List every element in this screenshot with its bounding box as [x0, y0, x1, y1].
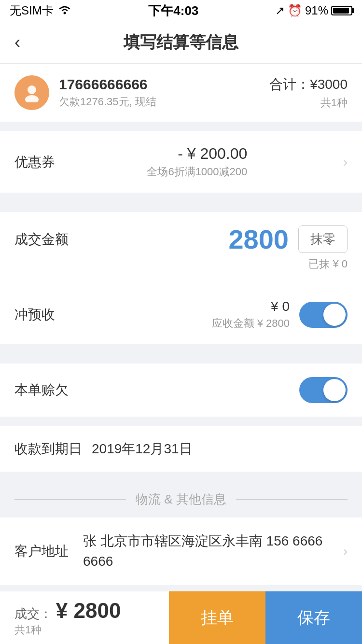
bottom-info: 成交： ¥ 2800 共1种 [0, 599, 169, 637]
logistics-line-right [236, 499, 348, 500]
bad-debt-label: 本单赊欠 [14, 381, 69, 399]
bottom-total-row: 成交： ¥ 2800 [14, 599, 154, 623]
precharge-toggle[interactable] [299, 302, 348, 328]
amount-label: 成交金额 [14, 230, 69, 249]
due-date-value: 2019年12月31日 [92, 440, 193, 458]
save-button[interactable]: 保存 [265, 591, 362, 644]
amount-sub: 已抹 ¥ 0 [14, 257, 348, 271]
amount-row: 成交金额 2800 抹零 [14, 225, 348, 253]
status-bar: 无SIM卡 下午4:03 ↗ ⏰ 91% [0, 0, 362, 21]
section-divider-2 [0, 354, 362, 364]
chevron-right-icon: › [343, 154, 348, 170]
nav-bar: ‹ 填写结算等信息 [0, 21, 362, 64]
bottom-count: 共1种 [14, 623, 154, 637]
chevron-right-icon-address: › [343, 544, 348, 559]
logistics-text: 物流 & 其他信息 [136, 491, 226, 508]
alarm-icon: ⏰ [288, 4, 302, 17]
coupon-label: 优惠券 [14, 153, 55, 171]
address-section[interactable]: 客户地址 张 北京市市辖区海淀区永丰南 156 6666 6666 › [0, 518, 362, 585]
status-left: 无SIM卡 [10, 3, 72, 18]
back-button[interactable]: ‹ [14, 32, 20, 53]
no-sim-text: 无SIM卡 [10, 3, 54, 18]
avatar [14, 75, 49, 110]
address-value: 张 北京市市辖区海淀区永丰南 156 6666 6666 [83, 531, 339, 572]
status-time: 下午4:03 [148, 2, 198, 19]
coupon-discount: - ¥ 200.00 [147, 145, 247, 163]
logistics-line-left [14, 499, 126, 500]
address-chevron: › [339, 544, 348, 559]
total-count: 共1种 [269, 96, 348, 110]
bottom-total-label: 成交： [14, 606, 52, 621]
bottom-total-amount: ¥ 2800 [56, 599, 121, 622]
customer-total: 合计：¥3000 共1种 [269, 75, 348, 110]
svg-point-1 [28, 85, 36, 94]
amount-right: 2800 抹零 [228, 225, 348, 253]
precharge-sub: 应收金额 ¥ 2800 [212, 316, 290, 331]
amount-value: 2800 [228, 226, 289, 253]
bad-debt-section: 本单赊欠 [0, 364, 362, 417]
battery-text: 91% [305, 4, 328, 17]
bad-debt-toggle[interactable] [299, 377, 348, 403]
precharge-section: 冲预收 ¥ 0 应收金额 ¥ 2800 [0, 285, 362, 344]
customer-info-row: 17666666666 欠款1276.35元, 现结 合计：¥3000 共1种 [0, 64, 362, 122]
logistics-divider: 物流 & 其他信息 [0, 481, 362, 518]
content: 17666666666 欠款1276.35元, 现结 合计：¥3000 共1种 … [0, 64, 362, 644]
coupon-row[interactable]: 优惠券 - ¥ 200.00 全场6折满1000减200 › [0, 131, 362, 193]
page-title: 填写结算等信息 [124, 31, 238, 54]
hold-button[interactable]: 挂单 [169, 591, 265, 644]
total-amount: 合计：¥3000 [269, 75, 348, 94]
customer-subtext: 欠款1276.35元, 现结 [59, 95, 156, 109]
coupon-desc: 全场6折满1000减200 [147, 165, 247, 179]
svg-point-0 [63, 12, 66, 14]
precharge-amount: ¥ 0 [212, 299, 290, 314]
precharge-label: 冲预收 [14, 306, 55, 324]
deal-amount-section: 成交金额 2800 抹零 已抹 ¥ 0 [0, 212, 362, 285]
location-icon: ↗ [275, 4, 285, 17]
customer-details: 17666666666 欠款1276.35元, 现结 [59, 76, 156, 109]
battery-icon [331, 6, 352, 15]
precharge-row: 冲预收 ¥ 0 应收金额 ¥ 2800 [14, 299, 348, 331]
precharge-right: ¥ 0 应收金额 ¥ 2800 [212, 299, 348, 331]
section-divider [0, 202, 362, 212]
customer-left: 17666666666 欠款1276.35元, 现结 [14, 75, 156, 110]
due-date-row: 收款到期日 2019年12月31日 [14, 440, 348, 458]
due-date-label: 收款到期日 [14, 440, 82, 458]
customer-phone: 17666666666 [59, 76, 156, 93]
wifi-icon [57, 4, 72, 17]
due-date-section: 收款到期日 2019年12月31日 [0, 426, 362, 472]
bottom-bar: 成交： ¥ 2800 共1种 挂单 保存 [0, 591, 362, 644]
precharge-values: ¥ 0 应收金额 ¥ 2800 [212, 299, 290, 331]
status-right: ↗ ⏰ 91% [275, 4, 352, 17]
coupon-right: - ¥ 200.00 全场6折满1000减200 [147, 145, 247, 179]
address-label: 客户地址 [14, 542, 69, 560]
svg-point-2 [25, 95, 39, 102]
round-button[interactable]: 抹零 [298, 225, 348, 253]
